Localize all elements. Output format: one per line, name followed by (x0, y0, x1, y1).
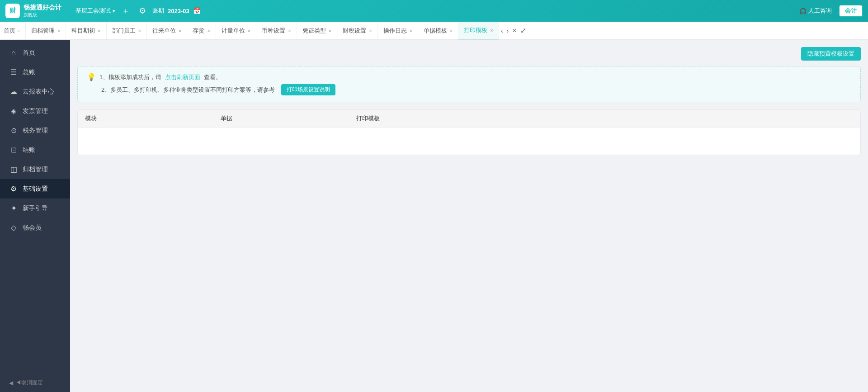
sidebar-item-invoice[interactable]: ◈ 发票管理 (0, 101, 70, 121)
tab-print-template[interactable]: 打印模板 × (458, 22, 499, 40)
sidebar-item-report[interactable]: ☁ 云报表中心 (0, 82, 70, 101)
tab-tax-label: 财税设置 (343, 27, 366, 35)
home-icon: ⌂ (9, 49, 18, 57)
tab-currency-label: 币种设置 (262, 27, 285, 35)
tab-tax-close-icon[interactable]: × (369, 28, 372, 33)
logo-name: 畅捷通好会计 (24, 4, 61, 12)
tab-staff-label: 部门员工 (112, 27, 136, 35)
tab-log-close-icon[interactable]: × (410, 28, 412, 33)
tab-log[interactable]: 操作日志 × (378, 22, 418, 40)
sidebar-nav: ⌂ 首页 ☰ 总账 ☁ 云报表中心 ◈ 发票管理 ⊙ 税务管理 ⊡ 结账 (0, 40, 70, 373)
sidebar-item-report-label: 云报表中心 (23, 88, 54, 96)
tab-next-button[interactable]: › (505, 25, 511, 36)
tab-unit-label: 往来单位 (152, 27, 176, 35)
tab-archive-close-icon[interactable]: × (57, 28, 60, 33)
col-header-template: 打印模板 (349, 110, 860, 127)
bulb-icon: 💡 (87, 73, 96, 81)
period-value: 2023-03 (168, 8, 189, 14)
chevron-down-icon: ▾ (113, 8, 115, 14)
logo-icon: 财 (5, 4, 20, 18)
tab-measure[interactable]: 计量单位 × (216, 22, 256, 40)
add-tab-button[interactable]: ＋ (119, 4, 132, 18)
service-button[interactable]: 🎧 人工咨询 (796, 5, 835, 17)
kuaiji-button[interactable]: 会计 (839, 5, 863, 17)
refresh-page-link[interactable]: 点击刷新页面 (165, 73, 200, 81)
tab-document-template[interactable]: 单据模板 × (418, 22, 458, 40)
tab-inventory-label: 存货 (193, 27, 204, 35)
settings-button[interactable]: ⚙ (136, 4, 149, 18)
tab-log-label: 操作日志 (383, 27, 407, 35)
tab-subject-close-icon[interactable]: × (98, 28, 100, 33)
unpin-label: ◀取消固定 (16, 379, 43, 387)
notice-line-2: 2、多员工、多打印机、多种业务类型设置不同打印方案等，请参考 打印场景设置说明 (87, 84, 851, 95)
settings-icon: ⚙ (9, 184, 18, 193)
tab-expand-button[interactable]: ⤢ (519, 24, 528, 37)
col-header-module: 模块 (78, 110, 213, 127)
sidebar-item-basic-settings[interactable]: ⚙ 基础设置 (0, 179, 70, 198)
tab-document-template-close-icon[interactable]: × (450, 28, 453, 33)
calendar-icon[interactable]: 📅 (193, 7, 201, 14)
tab-currency-close-icon[interactable]: × (288, 28, 291, 33)
tab-staff[interactable]: 部门员工 × (107, 22, 147, 40)
sidebar-item-tax[interactable]: ⊙ 税务管理 (0, 121, 70, 140)
period-label: 账期 (152, 7, 164, 15)
action-bar: 隐藏预置模板设置 (77, 47, 861, 61)
logo-text: 畅捷通好会计 旗舰版 (24, 4, 61, 18)
tab-archive-label: 归档管理 (31, 27, 55, 35)
company-name: 基层工会测试 (75, 7, 111, 15)
tab-home-back-icon[interactable]: ‹ (18, 28, 20, 33)
ledger-icon: ☰ (9, 68, 18, 76)
sidebar-item-archive-label: 归档管理 (23, 165, 48, 174)
tab-tax[interactable]: 财税设置 × (337, 22, 377, 40)
data-table: 模块 单据 打印模板 (77, 109, 861, 155)
sidebar-item-close-account-label: 结账 (23, 146, 35, 154)
print-scene-button[interactable]: 打印场景设置说明 (281, 84, 335, 95)
tab-measure-close-icon[interactable]: × (248, 28, 250, 33)
sidebar-item-membership[interactable]: ◇ 畅会员 (0, 218, 70, 237)
guide-icon: ✦ (9, 204, 18, 213)
logo-area: 财 畅捷通好会计 旗舰版 (5, 4, 75, 18)
tab-currency[interactable]: 币种设置 × (256, 22, 297, 40)
sidebar-item-basic-settings-label: 基础设置 (23, 185, 48, 193)
tab-home[interactable]: 首页 ‹ (4, 22, 26, 40)
sidebar: ⌂ 首页 ☰ 总账 ☁ 云报表中心 ◈ 发票管理 ⊙ 税务管理 ⊡ 结账 (0, 40, 70, 392)
logo-sub: 旗舰版 (24, 12, 61, 18)
tab-unit[interactable]: 往来单位 × (147, 22, 187, 40)
sidebar-item-ledger[interactable]: ☰ 总账 (0, 62, 70, 82)
top-header: 财 畅捷通好会计 旗舰版 基层工会测试 ▾ ＋ ⚙ 账期 2023-03 📅 🎧… (0, 0, 868, 22)
close-account-icon: ⊡ (9, 146, 18, 154)
unpin-icon: ◀ (9, 380, 13, 386)
tax-icon: ⊙ (9, 126, 18, 135)
tab-archive[interactable]: 归档管理 × (26, 22, 66, 40)
tab-unit-close-icon[interactable]: × (179, 28, 181, 33)
tab-prev-button[interactable]: ‹ (499, 25, 505, 36)
tab-voucher-type-close-icon[interactable]: × (329, 28, 331, 33)
sidebar-item-guide[interactable]: ✦ 新手引导 (0, 198, 70, 218)
sidebar-unpin-button[interactable]: ◀ ◀取消固定 (0, 373, 70, 392)
notice-text-2-prefix: 2、多员工、多打印机、多种业务类型设置不同打印方案等，请参考 (101, 86, 275, 94)
tab-bar: 首页 ‹ 归档管理 × 科目期初 × 部门员工 × 往来单位 × 存货 × 计量… (0, 22, 868, 40)
archive-icon: ◫ (9, 165, 18, 174)
invoice-icon: ◈ (9, 107, 18, 115)
hide-template-button[interactable]: 隐藏预置模板设置 (801, 47, 861, 61)
tab-print-template-label: 打印模板 (464, 26, 487, 34)
table-body (78, 128, 860, 155)
tab-inventory[interactable]: 存货 × (187, 22, 216, 40)
table-header: 模块 单据 打印模板 (78, 110, 860, 128)
tab-close-all-button[interactable]: × (510, 25, 518, 37)
tab-inventory-close-icon[interactable]: × (207, 28, 210, 33)
sidebar-item-tax-label: 税务管理 (23, 127, 48, 135)
notice-text-1-prefix: 1、模板添加成功后，请 (99, 73, 161, 81)
membership-icon: ◇ (9, 223, 18, 232)
tab-voucher-type[interactable]: 凭证类型 × (297, 22, 337, 40)
company-selector[interactable]: 基层工会测试 ▾ (75, 7, 115, 15)
sidebar-item-archive[interactable]: ◫ 归档管理 (0, 160, 70, 179)
tab-staff-close-icon[interactable]: × (138, 28, 141, 33)
content-area: 隐藏预置模板设置 💡 1、模板添加成功后，请 点击刷新页面 查看。 2、多员工、… (70, 40, 868, 392)
tab-subject[interactable]: 科目期初 × (66, 22, 106, 40)
sidebar-item-home[interactable]: ⌂ 首页 (0, 43, 70, 62)
notice-text-1-suffix: 查看。 (204, 73, 222, 81)
notice-box: 💡 1、模板添加成功后，请 点击刷新页面 查看。 2、多员工、多打印机、多种业务… (77, 66, 861, 102)
tab-print-template-close-icon[interactable]: × (490, 28, 493, 33)
sidebar-item-close-account[interactable]: ⊡ 结账 (0, 140, 70, 160)
